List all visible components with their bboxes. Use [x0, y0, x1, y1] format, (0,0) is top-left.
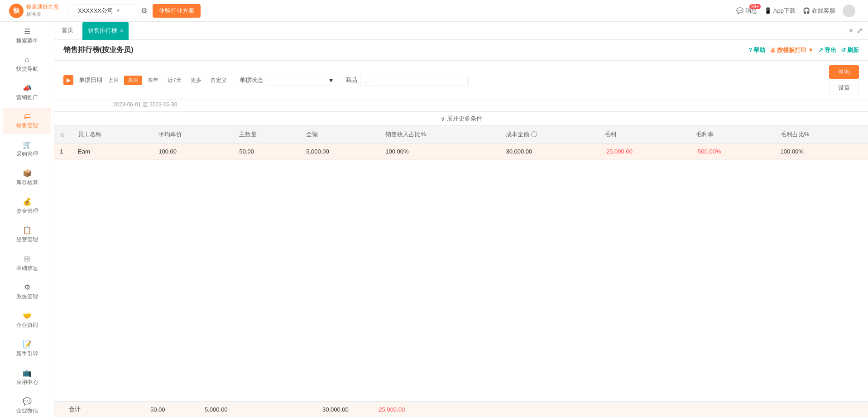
logo-area: 畅 畅康通好生意 标准版 — [5, 4, 62, 18]
date-tab-custom[interactable]: 自定义 — [207, 76, 230, 85]
date-tab-this-year[interactable]: 本年 — [144, 76, 162, 85]
query-button[interactable]: 查询 — [829, 65, 859, 79]
th-sales-pct: 销售收入占比% — [380, 126, 500, 144]
table-row: 1 Eam 100.00 50.00 5,000.00 100.00% 30,0… — [54, 144, 868, 160]
help-icon: ? — [748, 47, 752, 53]
maximize-window-button[interactable]: ⤢ — [857, 26, 863, 35]
mobile-icon: 📱 — [764, 7, 772, 14]
status-filter-label: 单据状态 — [240, 76, 263, 84]
sidebar-label-inventory: 库存核算 — [16, 179, 38, 187]
footer-quantity: 50.00 — [145, 406, 199, 413]
sidebar-label-search: 搜索菜单 — [16, 37, 38, 45]
cell-rank: 1 — [54, 144, 72, 160]
footer-cells: 合计 50.00 5,000.00 30,000.00 -25,000.00 — [63, 405, 859, 413]
sidebar-item-wechat[interactable]: 💬 企业微信 — [3, 393, 51, 417]
close-window-button[interactable]: × — [849, 27, 853, 35]
app-download-button[interactable]: 📱 App下载 — [764, 7, 796, 15]
goods-input[interactable]: ... — [360, 75, 469, 86]
print-icon: 🖨 — [770, 47, 776, 53]
status-select[interactable]: ▼ — [266, 75, 338, 86]
cell-gross-rate: -500.00% — [691, 144, 775, 160]
sidebar: ☰ 搜索菜单 ⌂ 快捷导航 📣 营销推广 🏷 销售管理 🛒 采购管理 📦 库 — [0, 22, 54, 417]
logo-text: 畅康通好生意 标准版 — [26, 4, 59, 18]
cell-cost: 30,000.00 — [500, 144, 599, 160]
tab-home[interactable]: 首页 — [54, 22, 81, 40]
finance-icon: 💰 — [23, 197, 32, 206]
filter-group-goods: 商品 ... — [345, 75, 469, 86]
filter-expand-arrow[interactable]: ▶ — [63, 75, 73, 85]
company-selector[interactable]: XXXXXX公司 ▼ — [74, 5, 137, 17]
tab-sales-rank[interactable]: 销售排行榜 × — [82, 22, 129, 40]
purchase-icon: 🛒 — [23, 140, 32, 149]
sidebar-item-purchase[interactable]: 🛒 采购管理 — [3, 136, 51, 163]
th-rank: ☆ — [54, 126, 72, 144]
avatar[interactable] — [843, 5, 855, 17]
sidebar-item-search[interactable]: ☰ 搜索菜单 — [3, 23, 51, 49]
sidebar-item-sales[interactable]: 🏷 销售管理 — [3, 108, 51, 134]
sidebar-item-guide[interactable]: 📝 新手引导 — [3, 336, 51, 362]
footer-amount: 5,000.00 — [199, 406, 254, 413]
expand-button[interactable]: ∨ 展开更多条件 — [441, 115, 482, 123]
sidebar-item-quick-nav[interactable]: ⌂ 快捷导航 — [3, 51, 51, 77]
message-icon: 💬 — [736, 7, 743, 14]
export-button[interactable]: ↗ 导出 — [818, 46, 836, 54]
date-tab-this-month[interactable]: 本月 — [124, 76, 142, 85]
divider — [68, 5, 68, 16]
marketing-icon: 📣 — [23, 84, 32, 92]
sidebar-item-operation[interactable]: 📋 经营管理 — [3, 221, 51, 248]
export-icon: ↗ — [818, 47, 823, 53]
filter-bar: ▶ 单据日期 上月 本月 本年 近7天 更多 自定义 单据状态 — [54, 61, 868, 100]
th-name: 员工名称 — [72, 126, 153, 144]
settings-button[interactable]: 设置 — [829, 81, 859, 95]
goods-input-text: ... — [364, 77, 465, 84]
th-gross-pct: 毛利占比% — [775, 126, 868, 144]
gear-button[interactable]: ⚙ — [141, 6, 147, 15]
date-range-row: 2023-06-01 至 2023-06-30 — [54, 100, 868, 112]
home-icon: ⌂ — [25, 56, 29, 64]
cell-quantity: 50.00 — [234, 144, 301, 160]
table-area: ☆ 员工名称 平均单价 主数量 全额 销售收入占比% 成本全额 ⓘ 毛利 毛利率… — [54, 126, 868, 401]
filter-group-date: ▶ 单据日期 上月 本月 本年 近7天 更多 自定义 — [63, 75, 232, 85]
refresh-icon: ↺ — [841, 47, 846, 53]
footer-label: 合计 — [63, 405, 145, 413]
export-label: 导出 — [825, 46, 836, 54]
sidebar-item-enterprise[interactable]: 🤝 企业协同 — [3, 307, 51, 334]
wechat-icon: 💬 — [23, 397, 32, 406]
sidebar-item-finance[interactable]: 💰 资金管理 — [3, 193, 51, 220]
online-service-button[interactable]: 🎧 在线客服 — [803, 7, 835, 15]
th-gross-rate: 毛利率 — [691, 126, 775, 144]
cell-name: Eam — [72, 144, 153, 160]
page-actions: ? 帮助 🖨 按模板打印 ▼ ↗ 导出 — [748, 46, 859, 54]
print-button[interactable]: 🖨 按模板打印 ▼ — [770, 46, 814, 54]
th-cost: 成本全额 ⓘ — [500, 126, 599, 144]
status-select-chevron: ▼ — [328, 77, 334, 84]
date-tab-more[interactable]: 更多 — [187, 76, 205, 85]
sidebar-item-system[interactable]: ⚙ 系统管理 — [3, 278, 51, 305]
online-service-label: 在线客服 — [812, 7, 835, 15]
filter-group-status: 单据状态 ▼ — [240, 75, 338, 86]
tab-close-button[interactable]: × — [120, 28, 123, 34]
trial-button[interactable]: 体验行业方案 — [153, 4, 201, 18]
top-right-actions: 💬 消息 99+ 📱 App下载 🎧 在线客服 — [736, 5, 863, 17]
refresh-button[interactable]: ↺ 刷新 — [841, 46, 859, 54]
sidebar-label-quick-nav: 快捷导航 — [16, 65, 38, 73]
date-tab-7days[interactable]: 近7天 — [164, 76, 185, 85]
sidebar-label-wechat: 企业微信 — [16, 407, 38, 415]
enterprise-icon: 🤝 — [23, 312, 32, 320]
sales-icon: 🏷 — [24, 112, 31, 120]
expand-label: 展开更多条件 — [447, 115, 482, 123]
system-icon: ⚙ — [24, 283, 30, 292]
sidebar-item-basic[interactable]: ⊞ 基础信息 — [3, 250, 51, 277]
help-button[interactable]: ? 帮助 — [748, 46, 765, 54]
sidebar-label-enterprise: 企业协同 — [16, 321, 38, 329]
sidebar-item-inventory[interactable]: 📦 库存核算 — [3, 164, 51, 191]
th-quantity: 主数量 — [234, 126, 301, 144]
message-button[interactable]: 💬 消息 99+ — [736, 7, 757, 15]
help-label: 帮助 — [753, 46, 765, 54]
cell-gross: -25,000.00 — [599, 144, 691, 160]
date-tab-last-month[interactable]: 上月 — [104, 76, 122, 85]
operation-icon: 📋 — [23, 226, 32, 235]
sidebar-label-purchase: 采购管理 — [16, 150, 38, 158]
sidebar-item-marketing[interactable]: 📣 营销推广 — [3, 79, 51, 106]
sidebar-item-app-center[interactable]: 📺 应用中心 — [3, 364, 51, 391]
